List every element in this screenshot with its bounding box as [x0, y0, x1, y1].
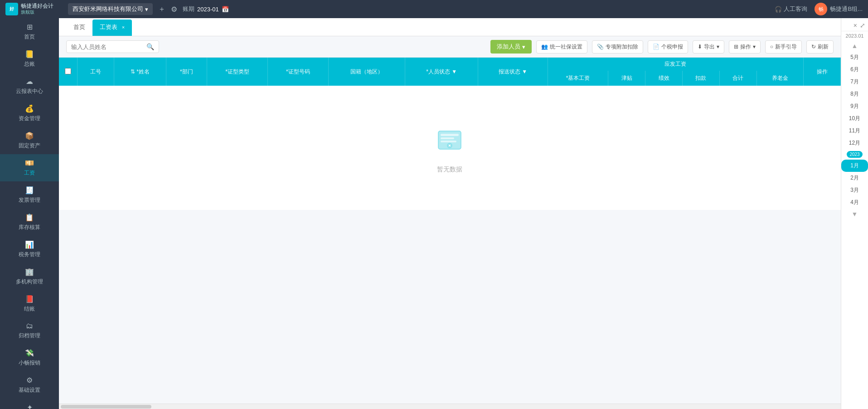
export-btn[interactable]: ⬇ 导出 ▾	[693, 40, 724, 54]
timeline-month-11[interactable]: 11月	[841, 125, 868, 137]
tab-home-label: 首页	[73, 24, 85, 30]
ledger-icon: 📒	[25, 50, 34, 58]
guide-btn[interactable]: ○ 新手引导	[765, 40, 802, 54]
cloud-icon: ☁	[26, 77, 33, 86]
sidebar-item-guide[interactable]: ✦ 新手引导	[0, 399, 59, 409]
settings-icon[interactable]: ⚙	[171, 5, 177, 14]
operation-btn[interactable]: ⊞ 操作 ▾	[729, 40, 761, 54]
tab-salary[interactable]: 工资表 ×	[92, 19, 132, 36]
timeline-expand-btn[interactable]: ⤢	[860, 22, 865, 29]
sidebar-item-archive[interactable]: 🗂 归档管理	[0, 317, 59, 344]
th-employee-id: 工号	[77, 58, 114, 86]
th-nationality: 国籍（地区）	[328, 58, 405, 86]
refresh-btn[interactable]: ↻ 刷新	[806, 40, 834, 54]
avatar: 畅	[815, 3, 827, 15]
timeline-month-6[interactable]: 6月	[841, 63, 868, 76]
social-security-label: 统一社保设置	[550, 43, 582, 51]
special-deduction-btn[interactable]: 📎 专项附加扣除	[592, 40, 643, 54]
sidebar-item-tax[interactable]: 📊 税务管理	[0, 236, 59, 263]
timeline-month-4[interactable]: 4月	[841, 196, 868, 209]
individual-tax-btn[interactable]: 📄 个税申报	[648, 40, 688, 54]
svg-rect-2	[441, 137, 454, 139]
sidebar-item-close-period[interactable]: 📕 结账	[0, 290, 59, 317]
salary-table: 工号 ⇅ *姓名 *部门 *证型类型 *证型号码 国籍（地区） *人员状态 ▼ …	[59, 58, 841, 210]
service-btn[interactable]: 🎧 人工客询	[775, 5, 807, 13]
calendar-icon[interactable]: 📅	[222, 6, 229, 13]
th-checkbox[interactable]	[59, 58, 77, 86]
sidebar-label-basic: 基础设置	[19, 386, 40, 394]
timeline-scroll-down[interactable]: ▼	[850, 209, 860, 219]
scroll-thumb[interactable]	[61, 405, 151, 409]
sidebar-label-cloud: 云报表中心	[16, 88, 43, 95]
current-period-display: 2023.01	[846, 31, 864, 40]
logo-area: 好 畅捷通好会计 旗舰版	[5, 3, 64, 15]
sidebar-item-assets[interactable]: 📦 固定资产	[0, 127, 59, 154]
social-security-icon: 👥	[541, 44, 548, 50]
toolbar: 🔍 添加人员 ▾ 👥 统一社保设置 📎 专项附加扣除 📄 个税申报 ⬇ 导出	[59, 36, 841, 58]
timeline-month-7[interactable]: 7月	[841, 76, 868, 88]
guide-icon: ✦	[27, 403, 33, 409]
year-2023-badge: 2023	[847, 151, 862, 158]
th-total: 合计	[719, 71, 756, 86]
select-all-checkbox[interactable]	[65, 68, 71, 74]
sidebar-label-fund: 资金管理	[19, 115, 40, 122]
search-input[interactable]	[71, 44, 144, 50]
sidebar-item-home[interactable]: ⊞ 首页	[0, 18, 59, 45]
scroll-bar[interactable]	[59, 404, 841, 409]
timeline-month-3[interactable]: 3月	[841, 184, 868, 196]
sidebar-item-multi-org[interactable]: 🏢 多机构管理	[0, 263, 59, 290]
company-dropdown-icon[interactable]: ▾	[145, 6, 148, 13]
period-label: 账期	[183, 5, 194, 13]
sidebar-label-close: 结账	[24, 305, 35, 313]
sidebar-item-invoice[interactable]: 🧾 发票管理	[0, 181, 59, 209]
sidebar-item-basic[interactable]: ⚙ 基础设置	[0, 371, 59, 399]
sidebar-item-fund[interactable]: 💰 资金管理	[0, 100, 59, 127]
timeline-close-btn[interactable]: ×	[853, 22, 857, 29]
search-box: 🔍	[66, 40, 159, 53]
social-security-btn[interactable]: 👥 统一社保设置	[536, 40, 587, 54]
sidebar-item-expense[interactable]: 💸 小畅报销	[0, 344, 59, 371]
empty-text: 暂无数据	[437, 166, 462, 174]
tab-salary-close[interactable]: ×	[122, 24, 125, 30]
th-report-status: 报送状态 ▼	[478, 58, 548, 86]
add-person-button[interactable]: 添加人员 ▾	[490, 40, 532, 54]
operation-label: 操作	[740, 43, 751, 51]
special-deduction-icon: 📎	[597, 44, 604, 50]
th-base-salary: *基本工资	[548, 71, 608, 86]
timeline-panel: × ⤢ 2023.01 ▲ 5月 6月 7月 8月 9月 10月 11月 12月…	[841, 18, 868, 409]
sidebar-item-cloud-report[interactable]: ☁ 云报表中心	[0, 73, 59, 100]
timeline-month-10[interactable]: 10月	[841, 112, 868, 125]
sidebar-item-salary[interactable]: 💴 工资	[0, 154, 59, 181]
timeline-month-5[interactable]: 5月	[841, 51, 868, 63]
timeline-month-9[interactable]: 9月	[841, 100, 868, 112]
timeline-month-12[interactable]: 12月	[841, 137, 868, 149]
individual-tax-label: 个税申报	[661, 43, 683, 51]
refresh-icon: ↻	[811, 44, 816, 50]
top-right: 🎧 人工客询 畅 畅捷通B组...	[775, 3, 863, 15]
company-selector[interactable]: 西安虾米网络科技有限公司 ▾	[68, 3, 153, 15]
search-icon[interactable]: 🔍	[146, 43, 154, 50]
sidebar-label-expense: 小畅报销	[19, 359, 40, 367]
sidebar-item-inventory[interactable]: 📋 库存核算	[0, 209, 59, 236]
tax-icon: 📊	[25, 240, 34, 249]
timeline-month-8[interactable]: 8月	[841, 88, 868, 100]
timeline-month-2[interactable]: 2月	[841, 172, 868, 184]
tab-home[interactable]: 首页	[66, 19, 92, 36]
tab-bar: 首页 工资表 ×	[59, 18, 841, 36]
timeline-month-1-current[interactable]: 1月	[841, 160, 868, 172]
export-label: 导出	[704, 43, 715, 51]
sidebar-label-tax: 税务管理	[19, 251, 40, 258]
th-department: *部门	[166, 58, 207, 86]
sort-icon[interactable]: ⇅	[131, 68, 135, 75]
operation-icon: ⊞	[734, 44, 738, 50]
status-filter-icon[interactable]: ▼	[451, 68, 457, 75]
invoice-icon: 🧾	[25, 186, 34, 195]
guide-toolbar-icon: ○	[770, 44, 773, 50]
user-area: 畅 畅捷通B组...	[815, 3, 863, 15]
timeline-scroll-up[interactable]: ▲	[850, 40, 860, 51]
individual-tax-icon: 📄	[653, 44, 659, 50]
add-icon[interactable]: ＋	[158, 5, 165, 14]
logo-text: 畅捷通好会计	[21, 3, 53, 9]
sidebar-item-ledger[interactable]: 📒 总账	[0, 45, 59, 73]
report-filter-icon[interactable]: ▼	[522, 68, 527, 75]
